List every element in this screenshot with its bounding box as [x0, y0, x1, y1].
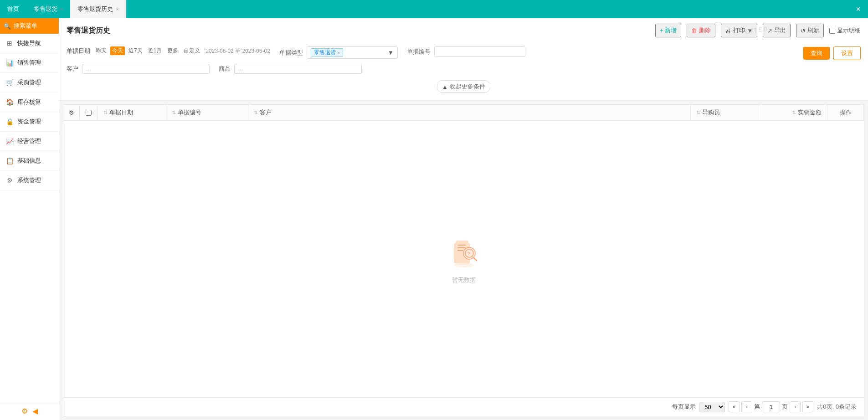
sidebar-item-quickNav[interactable]: ⊞快捷导航 [0, 34, 59, 53]
delete-button[interactable]: 🗑 删除 [687, 24, 715, 37]
pagination-bar: 每页显示 50 20 100 « ‹ 第 页 › » 共0页, 0条记录 [63, 397, 864, 416]
sidebar-icon-businessMgmt: 📈 [5, 137, 14, 145]
delete-label: 删除 [699, 26, 711, 35]
sidebar: 🔍 搜索菜单 ⊞快捷导航📊销售管理🛒采购管理🏠库存核算🔒资金管理📈经营管理📋基础… [0, 18, 59, 420]
per-page-label: 每页显示 [672, 403, 696, 411]
settings-button[interactable]: 设置 [833, 46, 861, 60]
search-icon: 🔍 [4, 23, 11, 30]
collapse-filter-button[interactable]: ▲ 收起更多条件 [437, 80, 490, 93]
type-filter-remove[interactable]: × [337, 50, 340, 56]
window-close-button[interactable]: × [848, 5, 868, 14]
table-header: ⚙ ⇅ 单据日期 ⇅ 单据编号 ⇅ 客户 ⇅ [63, 105, 864, 121]
sidebar-label-financeMgmt: 资金管理 [17, 118, 41, 126]
sidebar-item-financeMgmt[interactable]: 🔒资金管理 [0, 112, 59, 132]
sort-icon-amount: ⇅ [792, 110, 796, 116]
per-page-select[interactable]: 50 20 100 [699, 402, 725, 412]
type-filter-value: 零售退货 [314, 49, 336, 56]
nav-tab-return[interactable]: 零售退货 × [26, 0, 70, 18]
date-btn-3[interactable]: 近1月 [146, 46, 164, 55]
settings-bottom-button[interactable]: ⚙ [21, 407, 28, 415]
prev-page-button[interactable]: ‹ [741, 401, 752, 412]
sidebar-label-purchaseMgmt: 采购管理 [17, 78, 41, 87]
sidebar-icon-inventoryMgmt: 🏠 [5, 98, 14, 106]
goods-filter-group: 商品 ... [219, 64, 362, 74]
main-layout: 🔍 搜索菜单 ⊞快捷导航📊销售管理🛒采购管理🏠库存核算🔒资金管理📈经营管理📋基础… [0, 18, 868, 420]
export-label: 导出 [774, 26, 786, 35]
empty-text: 暂无数据 [452, 276, 476, 284]
refresh-button[interactable]: ↺ 刷新 [796, 24, 824, 37]
print-label: 打印 [733, 26, 745, 35]
page-title: 零售退货历史 [67, 26, 110, 36]
sidebar-label-systemMgmt: 系统管理 [17, 176, 41, 184]
customer-filter-select[interactable]: ... [82, 64, 210, 74]
date-btn-4[interactable]: 更多 [165, 46, 180, 55]
customer-filter-label: 客户 [67, 65, 78, 73]
number-filter-input[interactable] [434, 46, 525, 57]
refresh-label: 刷新 [807, 26, 819, 35]
tab-close-return[interactable]: × [60, 6, 63, 12]
th-checkbox[interactable] [80, 106, 98, 119]
th-settings[interactable]: ⚙ [63, 106, 80, 120]
sidebar-item-systemMgmt[interactable]: ⚙系统管理 [0, 171, 59, 190]
sidebar-label-basicInfo: 基础信息 [17, 157, 41, 165]
table-container: ⚙ ⇅ 单据日期 ⇅ 单据编号 ⇅ 客户 ⇅ [63, 104, 864, 416]
date-btn-0[interactable]: 昨天 [94, 46, 108, 55]
add-label: + 新增 [660, 26, 677, 35]
th-customer: ⇅ 客户 [248, 105, 691, 120]
collapse-icon: ▲ [442, 83, 448, 90]
show-detail-checkbox[interactable]: 显示明细 [829, 26, 861, 35]
query-button[interactable]: 查询 [803, 47, 830, 60]
search-menu-button[interactable]: 🔍 搜索菜单 [0, 18, 59, 34]
sort-icon-no: ⇅ [172, 110, 176, 116]
sidebar-item-inventoryMgmt[interactable]: 🏠库存核算 [0, 92, 59, 112]
show-detail-input[interactable] [829, 28, 835, 34]
sidebar-icon-quickNav: ⊞ [5, 39, 14, 47]
print-button[interactable]: 🖨 打印 ▼ [721, 24, 757, 37]
date-btn-1[interactable]: 今天 [110, 46, 125, 55]
goods-placeholder: ... [238, 66, 243, 72]
th-amount-label: 实销金额 [798, 108, 822, 117]
select-all-checkbox[interactable] [86, 110, 92, 116]
page-label: 第 [754, 403, 760, 411]
add-button[interactable]: + 新增 [655, 24, 681, 37]
sidebar-item-basicInfo[interactable]: 📋基础信息 [0, 151, 59, 171]
th-guide: ⇅ 导购员 [691, 105, 759, 120]
sort-icon-date: ⇅ [103, 110, 108, 116]
page-nav: « ‹ 第 页 › » [729, 401, 813, 412]
first-page-button[interactable]: « [729, 401, 740, 412]
empty-illustration: ? [446, 234, 482, 271]
type-filter-select[interactable]: 零售退货 × ▼ [307, 46, 398, 59]
nav-tab-home[interactable]: 首页 [0, 0, 26, 18]
page-input[interactable] [762, 401, 780, 412]
nav-tab-returnHistory[interactable]: 零售退货历史 × [70, 0, 126, 18]
collapse-sidebar-button[interactable]: ◀ [32, 407, 38, 415]
sidebar-item-businessMgmt[interactable]: 📈经营管理 [0, 132, 59, 151]
sidebar-item-salesMgmt[interactable]: 📊销售管理 [0, 53, 59, 73]
date-shortcuts: 昨天今天近7天近1月更多自定义 [94, 46, 202, 55]
th-no: ⇅ 单据编号 [166, 105, 248, 120]
th-action: 操作 [827, 105, 864, 120]
customer-filter-group: 客户 ... [67, 64, 210, 74]
export-icon: ↗ [767, 27, 772, 34]
sidebar-icon-purchaseMgmt: 🛒 [5, 78, 14, 87]
date-btn-2[interactable]: 近7天 [127, 46, 144, 55]
settings-col-icon: ⚙ [69, 109, 74, 116]
sidebar-label-inventoryMgmt: 库存核算 [17, 98, 41, 106]
page-unit: 页 [782, 403, 788, 411]
date-btn-5[interactable]: 自定义 [182, 46, 202, 55]
refresh-icon: ↺ [801, 27, 806, 34]
th-guide-label: 导购员 [702, 108, 720, 117]
delete-icon: 🗑 [691, 27, 697, 34]
next-page-button[interactable]: › [790, 401, 801, 412]
last-page-button[interactable]: » [802, 401, 813, 412]
show-detail-label: 显示明细 [837, 26, 861, 35]
goods-filter-select[interactable]: ... [234, 64, 362, 74]
tab-close-returnHistory[interactable]: × [116, 6, 118, 12]
sidebar-label-businessMgmt: 经营管理 [17, 137, 41, 145]
svg-line-8 [474, 258, 477, 261]
th-date-label: 单据日期 [109, 108, 133, 117]
sidebar-icon-salesMgmt: 📊 [5, 59, 14, 67]
export-button[interactable]: ↗ 导出 [763, 24, 791, 37]
sidebar-item-purchaseMgmt[interactable]: 🛒采购管理 [0, 73, 59, 92]
sidebar-icon-systemMgmt: ⚙ [5, 176, 14, 184]
